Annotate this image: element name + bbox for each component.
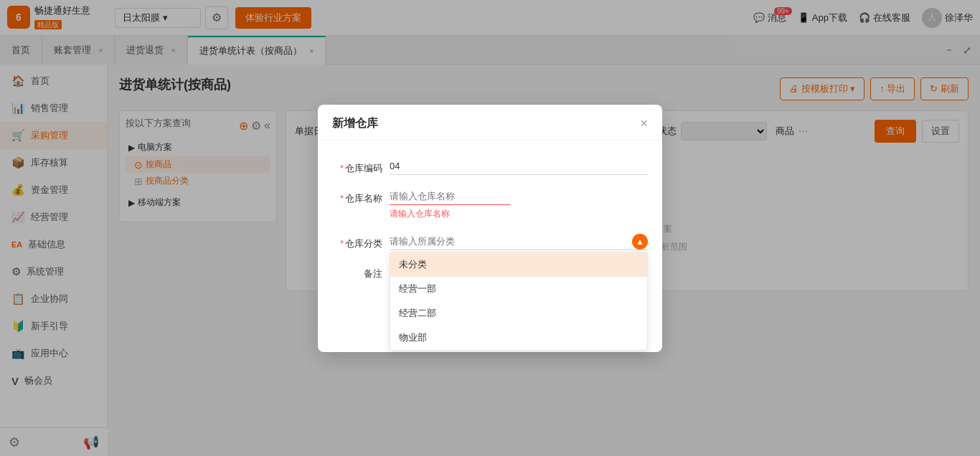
add-warehouse-modal: 新增仓库 × 仓库编码 仓库名称 请输入仓库名称 仓库分类 xyxy=(318,105,662,352)
dropdown-item-dept2[interactable]: 经营二部 xyxy=(390,301,647,326)
warehouse-name-input[interactable] xyxy=(390,188,510,205)
dropdown-item-property[interactable]: 物业部 xyxy=(390,326,647,350)
modal-close-button[interactable]: × xyxy=(640,116,648,131)
notes-label: 备注 xyxy=(332,263,382,280)
warehouse-code-label: 仓库编码 xyxy=(332,158,382,175)
warehouse-category-row: 仓库分类 ▲ 未分类 经营一部 经营二部 物业部 xyxy=(332,233,648,250)
warehouse-code-input[interactable] xyxy=(390,158,648,175)
modal-header: 新增仓库 × xyxy=(318,105,662,141)
category-chevron-up-button[interactable]: ▲ xyxy=(632,234,648,250)
warehouse-name-label: 仓库名称 xyxy=(332,188,382,205)
warehouse-name-error: 请输入仓库名称 xyxy=(390,209,450,219)
warehouse-category-label: 仓库分类 xyxy=(332,233,382,250)
warehouse-category-input[interactable] xyxy=(390,233,648,250)
warehouse-name-row: 仓库名称 请输入仓库名称 xyxy=(332,188,648,220)
modal-overlay: 新增仓库 × 仓库编码 仓库名称 请输入仓库名称 仓库分类 xyxy=(0,0,980,456)
dropdown-item-uncategorized[interactable]: 未分类 xyxy=(390,252,647,277)
dropdown-item-dept1[interactable]: 经营一部 xyxy=(390,277,647,301)
modal-body: 仓库编码 仓库名称 请输入仓库名称 仓库分类 ▲ xyxy=(318,141,662,305)
category-dropdown: 未分类 经营一部 经营二部 物业部 xyxy=(390,252,648,351)
modal-title: 新增仓库 xyxy=(332,116,378,131)
warehouse-code-row: 仓库编码 xyxy=(332,158,648,175)
category-input-wrap: ▲ 未分类 经营一部 经营二部 物业部 xyxy=(390,233,648,250)
